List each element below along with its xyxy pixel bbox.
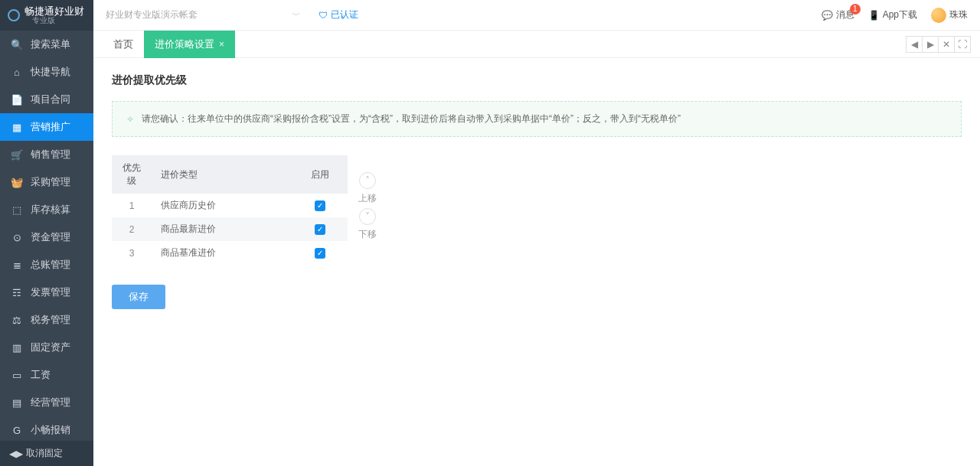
page-title: 进价提取优先级 [112,73,962,87]
brand: 畅捷通好业财 专业版 [0,0,93,31]
avatar [931,8,946,23]
move-down-label: 下移 [358,228,377,241]
sidebar-item-biz[interactable]: ▤经营管理 [0,389,93,416]
close-icon[interactable]: × [219,31,224,58]
sidebar-item-label: 固定资产 [31,341,70,354]
tenant-name: 好业财专业版演示帐套 [106,8,198,21]
chat-icon: 💬 [822,10,833,21]
sidebar-item-label: 库存核算 [31,203,70,217]
sidebar-footer-label: 取消固定 [26,447,63,460]
contract-icon: 📄 [11,93,23,106]
move-down-button[interactable]: ˅ [359,208,376,225]
checkbox[interactable]: ✓ [315,248,325,259]
fund-icon: ⊙ [11,231,23,243]
sidebar-item-label: 快捷导航 [31,65,70,79]
sidebar-item-sales[interactable]: 🛒销售管理 [0,141,93,168]
brand-logo-icon [8,9,20,21]
message-button[interactable]: 💬 消息 1 [822,8,854,21]
sidebar-item-contract[interactable]: 📄项目合同 [0,86,93,113]
tab-0[interactable]: 首页 [103,31,144,58]
verified-badge: 🛡 已认证 [318,8,358,21]
user-menu[interactable]: 珠珠 [931,8,968,23]
tabs: 首页进价策略设置× ◀ ▶ ✕ ⛶ [93,31,980,58]
move-up-button[interactable]: ˄ [359,172,376,189]
sidebar: 畅捷通好业财 专业版 🔍搜索菜单⌂快捷导航📄项目合同▦营销推广🛒销售管理🧺采购管… [0,0,93,466]
cell-priority: 1 [112,194,152,217]
user-name: 珠珠 [949,8,968,21]
cell-type: 商品基准进价 [152,241,292,265]
sidebar-item-ledger[interactable]: ≣总账管理 [0,251,93,279]
sidebar-item-expense[interactable]: G小畅报销 [0,416,93,441]
sidebar-item-search[interactable]: 🔍搜索菜单 [0,31,93,58]
content: 进价提取优先级 ✧ 请您确认：往来单位中的供应商“采购报价含税”设置，为“含税”… [93,58,980,466]
th-enabled: 启用 [292,155,348,194]
sidebar-item-label: 发票管理 [31,285,70,299]
tab-1[interactable]: 进价策略设置× [144,31,235,58]
chevron-down-icon: ﹀ [292,10,300,21]
shield-icon: 🛡 [318,10,328,21]
cell-priority: 2 [112,217,152,241]
sales-icon: 🛒 [11,148,23,161]
save-button[interactable]: 保存 [112,285,165,309]
sidebar-item-purchase[interactable]: 🧺采购管理 [0,168,93,196]
cell-type: 商品最新进价 [152,217,292,241]
asset-icon: ▥ [11,341,23,354]
move-controls: ˄ 上移 ˅ 下移 [358,155,377,241]
sidebar-item-label: 工资 [31,368,51,382]
sidebar-item-label: 经营管理 [31,396,70,409]
tip-box: ✧ 请您确认：往来单位中的供应商“采购报价含税”设置，为“含税”，取到进价后将自… [112,101,962,137]
app-download-button[interactable]: 📱 App下载 [868,8,917,21]
tip-icon: ✧ [126,114,134,125]
download-label: App下载 [883,8,917,21]
sidebar-item-stock[interactable]: ⬚库存核算 [0,196,93,223]
sidebar-menu: 🔍搜索菜单⌂快捷导航📄项目合同▦营销推广🛒销售管理🧺采购管理⬚库存核算⊙资金管理… [0,31,93,441]
tenant-selector[interactable]: 好业财专业版演示帐套 ﹀ [106,8,300,21]
checkbox[interactable]: ✓ [315,224,325,235]
pin-icon: ◀▶ [9,448,23,459]
sidebar-item-marketing[interactable]: ▦营销推广 [0,113,93,141]
phone-icon: 📱 [868,10,880,21]
th-priority: 优先级 [112,155,152,194]
sidebar-item-fund[interactable]: ⊙资金管理 [0,223,93,251]
tab-next-button[interactable]: ▶ [922,36,939,53]
cell-enabled: ✓ [292,217,348,241]
sidebar-item-label: 搜索菜单 [31,37,70,51]
sidebar-item-tax[interactable]: ⚖税务管理 [0,306,93,334]
tab-fullscreen-button[interactable]: ⛶ [954,36,971,53]
home-icon: ⌂ [11,66,23,78]
cell-type: 供应商历史价 [152,194,292,217]
topbar: 好业财专业版演示帐套 ﹀ 🛡 已认证 💬 消息 1 📱 App下载 [93,0,980,31]
sidebar-item-home[interactable]: ⌂快捷导航 [0,58,93,86]
search-icon: 🔍 [11,38,23,51]
table-row[interactable]: 2商品最新进价✓ [112,217,348,241]
salary-icon: ▭ [11,369,23,381]
tab-close-button[interactable]: ✕ [938,36,955,53]
cell-enabled: ✓ [292,241,348,265]
biz-icon: ▤ [11,396,23,409]
sidebar-pin-toggle[interactable]: ◀▶ 取消固定 [0,441,93,466]
tab-prev-button[interactable]: ◀ [906,36,923,53]
sidebar-item-label: 税务管理 [31,313,70,327]
sidebar-item-label: 销售管理 [31,148,70,161]
cell-enabled: ✓ [292,194,348,217]
sidebar-item-invoice[interactable]: ☶发票管理 [0,279,93,306]
sidebar-item-asset[interactable]: ▥固定资产 [0,334,93,361]
table-row[interactable]: 1供应商历史价✓ [112,194,348,217]
stock-icon: ⬚ [11,204,23,216]
sidebar-item-label: 营销推广 [31,120,70,134]
checkbox[interactable]: ✓ [315,200,325,211]
ledger-icon: ≣ [11,259,23,271]
sidebar-item-salary[interactable]: ▭工资 [0,361,93,389]
th-type: 进价类型 [152,155,292,194]
move-up-label: 上移 [358,192,377,205]
sidebar-item-label: 项目合同 [31,93,70,106]
tax-icon: ⚖ [11,314,23,326]
cell-priority: 3 [112,241,152,265]
table-row[interactable]: 3商品基准进价✓ [112,241,348,265]
sidebar-item-label: 总账管理 [31,258,70,272]
invoice-icon: ☶ [11,286,23,298]
verified-label: 已认证 [331,8,358,21]
tab-label: 首页 [113,38,133,50]
tab-controls: ◀ ▶ ✕ ⛶ [906,36,971,53]
tab-label: 进价策略设置 [155,31,214,58]
